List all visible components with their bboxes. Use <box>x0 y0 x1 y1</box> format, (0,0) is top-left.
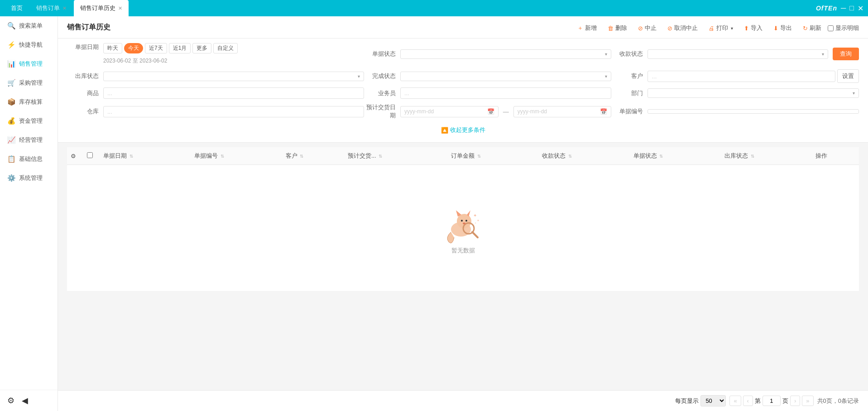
sidebar-collapse-icon[interactable]: ◀ <box>22 396 28 406</box>
refresh-button[interactable]: ↻ 刷新 <box>798 22 826 34</box>
inventory-icon: 📦 <box>7 98 15 106</box>
sidebar-item-quick-nav[interactable]: ⚡ 快捷导航 <box>0 35 58 54</box>
topbar-minimize-btn[interactable]: ─ <box>841 4 846 12</box>
per-page-selector[interactable]: 50 10 20 100 <box>700 395 726 406</box>
sidebar-settings-icon[interactable]: ⚙ <box>7 396 14 406</box>
page-input[interactable] <box>762 396 781 406</box>
sort-payment-icon[interactable]: ⇅ <box>568 154 572 159</box>
sidebar-bottom: ⚙ ◀ <box>0 390 58 411</box>
customer-input[interactable]: ... <box>647 71 835 82</box>
select-all-checkbox[interactable] <box>87 152 93 158</box>
last-page-btn[interactable]: » <box>802 396 813 406</box>
date-btn-more[interactable]: 更多 <box>192 43 211 53</box>
th-check[interactable] <box>83 147 100 165</box>
date-btn-custom[interactable]: 自定义 <box>213 43 238 53</box>
collapse-filters-btn[interactable]: 🔼 收起更多条件 <box>67 124 859 138</box>
payment-status-label: 收款状态 <box>611 50 647 58</box>
sort-date-icon[interactable]: ⇅ <box>129 154 133 159</box>
tab-sales-order-history-close[interactable]: ✕ <box>118 5 122 11</box>
sort-number-icon[interactable]: ⇅ <box>221 154 224 159</box>
sidebar-item-sales-mgmt-label: 销售管理 <box>19 60 43 68</box>
bill-status-select[interactable]: ▾ <box>400 49 612 59</box>
date-btn-7days[interactable]: 近7天 <box>145 43 167 53</box>
sort-customer-icon[interactable]: ⇅ <box>300 154 303 159</box>
next-page-btn[interactable]: › <box>790 396 800 406</box>
bill-number-input[interactable] <box>647 109 859 114</box>
sidebar-item-operations-mgmt[interactable]: 📈 经营管理 <box>0 131 58 150</box>
tab-home[interactable]: 首页 <box>5 0 29 16</box>
tab-sales-order-history[interactable]: 销售订单历史 ✕ <box>74 0 129 16</box>
table-settings-icon[interactable]: ⚙ <box>71 153 76 160</box>
delivery-date-to[interactable]: yyyy-mm-dd 📅 <box>513 106 612 117</box>
sidebar-item-purchase-mgmt-label: 采购管理 <box>19 79 43 87</box>
topbar-maximize-btn[interactable]: □ <box>849 4 854 12</box>
th-customer: 客户 ⇅ <box>282 147 344 165</box>
date-btn-1month[interactable]: 近1月 <box>169 43 191 53</box>
goods-input[interactable]: ... <box>103 87 364 99</box>
show-detail-checkbox-label[interactable]: 显示明细 <box>828 24 859 32</box>
payment-status-arrow-icon: ▾ <box>822 52 824 57</box>
sidebar-item-capital-mgmt[interactable]: 💰 资金管理 <box>0 111 58 131</box>
total-text: 共0页，0条记录 <box>817 397 859 405</box>
cancel-stop-button[interactable]: ⊘ 取消中止 <box>663 22 702 34</box>
sort-amount-icon[interactable]: ⇅ <box>477 154 481 159</box>
new-button[interactable]: ＋ + 新增 新增 <box>573 22 601 34</box>
sort-delivery-status-icon[interactable]: ⇅ <box>751 154 754 159</box>
topbar-close-btn[interactable]: ✕ <box>858 4 863 13</box>
th-ops: 操作 <box>812 147 859 165</box>
sort-bill-icon[interactable]: ⇅ <box>659 154 663 159</box>
prev-page-btn[interactable]: ‹ <box>743 396 753 406</box>
first-page-btn[interactable]: « <box>729 396 741 406</box>
page-unit: 页 <box>782 397 788 405</box>
tab-home-label: 首页 <box>11 4 23 12</box>
sidebar-item-inventory[interactable]: 📦 库存核算 <box>0 92 58 111</box>
sort-delivery-icon[interactable]: ⇅ <box>379 154 382 159</box>
empty-state: ✦ ✦ ✦ 暂无数据 <box>67 165 859 291</box>
content-area: 销售订单历史 ＋ + 新增 新增 🗑 删除 ⊘ 中止 ⊘ 取消中止 <box>58 16 868 411</box>
tab-sales-order[interactable]: 销售订单 ✕ <box>30 0 73 16</box>
cancel-stop-icon: ⊘ <box>667 25 672 32</box>
data-table: ⚙ 单据日期 ⇅ 单据编号 ⇅ <box>67 147 859 291</box>
search-button[interactable]: 查询 <box>833 48 859 60</box>
warehouse-input[interactable]: ... <box>103 106 364 117</box>
date-range-text: 2023-06-02 至 2023-06-02 <box>103 57 167 65</box>
department-select[interactable]: ▾ <box>647 88 859 98</box>
department-label: 部门 <box>611 89 647 97</box>
date-btn-today[interactable]: 今天 <box>124 43 143 53</box>
svg-point-7 <box>465 220 467 222</box>
tab-sales-order-close[interactable]: ✕ <box>62 5 67 11</box>
delete-button[interactable]: 🗑 删除 <box>603 22 632 34</box>
sidebar-item-sales-mgmt[interactable]: 📊 销售管理 <box>0 54 58 73</box>
filter-row-1: 单据日期 昨天 今天 近7天 近1月 更多 自定义 2023-06-02 至 2… <box>67 43 859 65</box>
system-mgmt-icon: ⚙️ <box>7 174 15 182</box>
sales-mgmt-icon: 📊 <box>7 60 15 68</box>
sidebar-item-search-menu[interactable]: 🔍 搜索菜单 <box>0 16 58 35</box>
export-icon: ⬇ <box>773 25 778 32</box>
goods-label: 商品 <box>67 89 103 97</box>
collapse-up-icon: 🔼 <box>441 127 448 134</box>
sidebar-item-basic-info[interactable]: 📋 基础信息 <box>0 150 58 169</box>
show-detail-checkbox[interactable] <box>828 25 834 31</box>
th-settings[interactable]: ⚙ <box>67 147 83 165</box>
print-button[interactable]: 🖨 打印 <box>704 22 738 34</box>
complete-status-select[interactable]: ▾ <box>400 72 612 81</box>
sidebar-item-operations-mgmt-label: 经营管理 <box>19 136 43 144</box>
tab-sales-order-label: 销售订单 <box>36 4 60 12</box>
sidebar-item-search-menu-label: 搜索菜单 <box>19 22 43 30</box>
delivery-date-from[interactable]: yyyy-mm-dd 📅 <box>400 106 499 117</box>
sidebar-item-system-mgmt[interactable]: ⚙️ 系统管理 <box>0 169 58 188</box>
settings-button[interactable]: 设置 <box>837 69 859 83</box>
svg-text:✦: ✦ <box>477 219 480 222</box>
date-btn-yesterday[interactable]: 昨天 <box>103 43 122 53</box>
import-button[interactable]: ⬆ 导入 <box>739 22 767 34</box>
page-size-select: 每页显示 50 10 20 100 <box>675 395 726 406</box>
customer-label: 客户 <box>611 72 647 80</box>
payment-status-select[interactable]: ▾ <box>647 49 828 59</box>
sidebar-item-purchase-mgmt[interactable]: 🛒 采购管理 <box>0 73 58 92</box>
stop-button[interactable]: ⊘ 中止 <box>633 22 661 34</box>
filter-row-3: 商品 ... 业务员 ... 部门 ▾ <box>67 87 859 99</box>
salesperson-input[interactable]: ... <box>400 87 612 99</box>
export-button[interactable]: ⬇ 导出 <box>769 22 796 34</box>
delivery-status-select[interactable]: ▾ <box>103 72 364 81</box>
page-nav: « ‹ 第 页 › » <box>729 396 813 406</box>
